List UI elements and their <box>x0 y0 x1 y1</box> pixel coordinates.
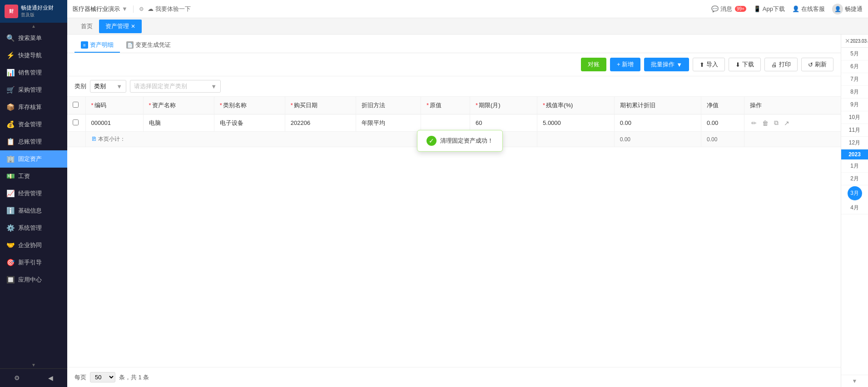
settings-gear-btn[interactable]: ⚙ <box>139 6 144 12</box>
tab-asset-mgmt[interactable]: 资产管理 ✕ <box>99 20 142 33</box>
content-area: ≡ 资产明细 📄 变更生成凭证 对账 + 新增 批量操作 <box>67 35 868 387</box>
select-all-checkbox[interactable] <box>73 102 79 108</box>
sidebar-item-fixed-assets[interactable]: 🏢 固定资产 <box>0 150 67 168</box>
col-category: *类别名称 <box>214 97 285 114</box>
category-type-label: 类别 <box>94 82 106 90</box>
system-icon: ⚙️ <box>6 224 15 232</box>
sidebar-label-apps: 应用中心 <box>18 276 42 284</box>
row-original-value-cell <box>421 114 470 132</box>
sidebar-item-purchase[interactable]: 🛒 采购管理 <box>0 81 67 99</box>
date-nav-bottom: ▼ <box>841 375 868 387</box>
import-button[interactable]: ⬆ 导入 <box>693 58 725 71</box>
scroll-up-btn[interactable]: ▲ <box>0 23 67 30</box>
edit-btn[interactable]: ✏ <box>750 119 758 128</box>
sidebar-item-funds[interactable]: 💰 资金管理 <box>0 116 67 133</box>
sidebar-label-search: 搜索菜单 <box>18 34 42 42</box>
row-net-value-cell: 0.00 <box>701 114 744 132</box>
sidebar-item-ledger[interactable]: 📋 总账管理 <box>0 133 67 150</box>
user-profile-btn[interactable]: 👤 畅捷通 <box>832 4 863 15</box>
per-page-label: 每页 <box>74 373 86 382</box>
sidebar-item-enterprise[interactable]: 🤝 企业协同 <box>0 237 67 254</box>
date-nav-item-4[interactable]: 4月 <box>841 202 868 214</box>
sidebar-item-inventory[interactable]: 📦 库存核算 <box>0 99 67 116</box>
settings-btn[interactable]: ⚙ <box>10 372 24 383</box>
per-page-select[interactable]: 50 100 200 <box>90 372 115 382</box>
scroll-down-btn[interactable]: ▼ <box>0 362 67 368</box>
date-nav-item-3[interactable]: 3月 <box>848 186 862 201</box>
reconcile-button[interactable]: 对账 <box>581 58 606 71</box>
download-button[interactable]: ⬇ 下载 <box>729 58 761 71</box>
date-nav: 5月 6月 7月 8月 9月 10月 11月 12月 2023 1月 2月 3月… <box>841 48 868 375</box>
row-residual-rate-cell: 5.0000 <box>537 114 615 132</box>
date-nav-item-12[interactable]: 12月 <box>841 137 868 149</box>
message-btn[interactable]: 💬 消息 99+ <box>711 5 746 13</box>
date-nav-item-7[interactable]: 7月 <box>841 73 868 86</box>
sidebar-menu: 🔍 搜索菜单 ⚡ 快捷导航 📊 销售管理 🛒 采购管理 📦 库存核算 💰 资金管… <box>0 30 67 362</box>
right-panel: ✕ 2023.03 ⤢ 5月 6月 7月 8月 9月 10月 11月 12月 2… <box>841 35 868 387</box>
panel-close-btn[interactable]: ✕ <box>845 37 850 45</box>
online-service-btn[interactable]: 👤 在线客服 <box>792 5 825 13</box>
subtotal-net-value: 0.00 <box>701 132 744 147</box>
main-area: 医疗器械行业演示 ▼ ⚙ ☁ 我要体验一下 💬 消息 99+ 📱 App下载 👤… <box>67 0 868 387</box>
print-icon: 🖨 <box>771 61 777 68</box>
funds-icon: 💰 <box>6 120 15 129</box>
refresh-button[interactable]: ↺ 刷新 <box>801 58 833 71</box>
date-nav-item-8[interactable]: 8月 <box>841 86 868 99</box>
sidebar-item-salary[interactable]: 💵 工资 <box>0 168 67 185</box>
date-nav-item-10[interactable]: 10月 <box>841 111 868 124</box>
row-purchase-date-cell: 202206 <box>285 114 356 132</box>
batch-label: 批量操作 <box>651 60 675 69</box>
app-version: 普及版 <box>21 12 54 18</box>
date-nav-item-1[interactable]: 1月 <box>841 160 868 173</box>
sidebar-item-quick-nav[interactable]: ⚡ 快捷导航 <box>0 47 67 64</box>
category-value-select[interactable]: 请选择固定资产类别 ▼ <box>130 80 221 93</box>
sidebar-item-system[interactable]: ⚙️ 系统管理 <box>0 219 67 237</box>
experience-btn[interactable]: ☁ 我要体验一下 <box>148 5 191 13</box>
sub-tab-voucher-gen[interactable]: 📄 变更生成凭证 <box>120 38 177 53</box>
row-checkbox[interactable] <box>73 119 79 125</box>
sidebar-item-sales[interactable]: 📊 销售管理 <box>0 64 67 81</box>
operations-icon: 📈 <box>6 189 15 198</box>
tab-close-icon[interactable]: ✕ <box>131 23 135 30</box>
sidebar-item-search[interactable]: 🔍 搜索菜单 <box>0 30 67 47</box>
delete-btn[interactable]: 🗑 <box>761 119 770 128</box>
voucher-gen-icon: 📄 <box>126 41 134 49</box>
sidebar-label-funds: 资金管理 <box>18 120 42 129</box>
logo-icon: 财 <box>5 5 18 18</box>
company-selector[interactable]: 医疗器械行业演示 ▼ <box>73 5 128 13</box>
nav-down-arrow[interactable]: ▼ <box>851 377 858 385</box>
subtotal-empty-checkbox <box>67 132 85 147</box>
tab-home-label: 首页 <box>81 22 93 30</box>
date-nav-year-2023[interactable]: 2023 <box>841 149 868 160</box>
category-type-select[interactable]: 类别 ▼ <box>90 80 126 93</box>
sidebar-item-guide[interactable]: 🎯 新手引导 <box>0 254 67 271</box>
sidebar-item-operations[interactable]: 📈 经营管理 <box>0 185 67 202</box>
sidebar-item-basic-info[interactable]: ℹ️ 基础信息 <box>0 202 67 219</box>
collapse-btn[interactable]: ◀ <box>45 372 57 383</box>
row-checkbox-cell <box>67 114 85 132</box>
sub-tab-asset-detail-label: 资产明细 <box>90 41 114 49</box>
sidebar-item-apps[interactable]: 🔲 应用中心 <box>0 271 67 288</box>
salary-icon: 💵 <box>6 172 15 180</box>
toast-message: 清理固定资产成功！ <box>440 137 493 145</box>
more-btn[interactable]: ↗ <box>783 119 791 128</box>
print-button[interactable]: 🖨 打印 <box>764 58 798 71</box>
date-nav-item-2[interactable]: 2月 <box>841 173 868 185</box>
sidebar-label-system: 系统管理 <box>18 224 42 232</box>
batch-button[interactable]: 批量操作 ▼ <box>644 58 689 71</box>
tab-home[interactable]: 首页 <box>74 20 99 33</box>
date-nav-item-6[interactable]: 6月 <box>841 60 868 73</box>
sub-tab-asset-detail[interactable]: ≡ 资产明细 <box>74 38 120 53</box>
toast-check-icon: ✓ <box>427 136 436 146</box>
col-net-value: 净值 <box>701 97 744 114</box>
date-nav-item-11[interactable]: 11月 <box>841 124 868 137</box>
refresh-icon: ↺ <box>808 61 813 68</box>
copy-btn[interactable]: ⧉ <box>773 118 780 128</box>
date-nav-item-9[interactable]: 9月 <box>841 99 868 111</box>
toolbar: 对账 + 新增 批量操作 ▼ ⬆ 导入 ⬇ 下载 🖨 <box>67 53 841 76</box>
app-download-btn[interactable]: 📱 App下载 <box>754 5 785 13</box>
new-button[interactable]: + 新增 <box>610 58 640 71</box>
col-name: *资产名称 <box>143 97 214 114</box>
date-nav-item-5[interactable]: 5月 <box>841 48 868 60</box>
app-logo: 财 畅捷通好业财 普及版 <box>0 0 67 23</box>
